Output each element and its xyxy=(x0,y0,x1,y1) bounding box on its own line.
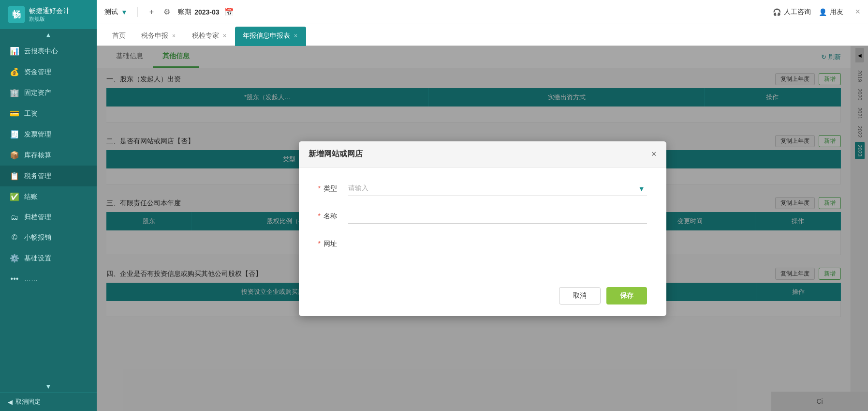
sidebar-scroll-up[interactable]: ▲ xyxy=(0,29,97,41)
tab-close-tax-expert[interactable]: × xyxy=(222,32,227,39)
tab-close-shuiwu[interactable]: × xyxy=(171,32,177,39)
required-star-url: * xyxy=(318,240,321,247)
company-dropdown-icon[interactable]: ▼ xyxy=(121,8,128,16)
form-row-type: * 类型 ▼ xyxy=(318,182,647,196)
topbar: 测试 ▼ + ⚙ 账期 2023-03 📅 🎧 人工咨询 👤 用友 × xyxy=(97,0,868,24)
sidebar-item-label: 小畅报销 xyxy=(24,233,51,242)
modal-add-website: 新增网站或网店 × * 类型 ▼ xyxy=(299,141,666,316)
modal-header: 新增网站或网店 × xyxy=(299,141,666,167)
settings-button[interactable]: ⚙ xyxy=(162,5,172,18)
zijin-icon: 💰 xyxy=(10,67,19,76)
sidebar-item-label: 发票管理 xyxy=(24,130,51,139)
cancel-fixed-label: 取消固定 xyxy=(15,397,41,406)
logo-text: 畅捷通好会计 xyxy=(29,6,70,15)
name-input[interactable] xyxy=(348,210,647,221)
sidebar-item-label: 基础设置 xyxy=(24,254,51,263)
content-area: 基础信息 其他信息 ↻ 刷新 一、股东（发起人）出资 复制上年度 新增 xyxy=(97,46,868,411)
sidebar-item-label: 库存核算 xyxy=(24,151,51,160)
url-input[interactable] xyxy=(348,237,647,249)
sidebar-item-label: 工资 xyxy=(24,109,38,118)
sidebar-cancel-fixed[interactable]: ◀ 取消固定 xyxy=(0,392,97,411)
sidebar-item-shuiwu[interactable]: 📋 税务管理 xyxy=(0,166,97,186)
required-star-type: * xyxy=(318,184,321,192)
user-icon: 👤 xyxy=(819,8,827,16)
sidebar-item-fapiao[interactable]: 🧾 发票管理 xyxy=(0,124,97,145)
save-button[interactable]: 保存 xyxy=(606,287,647,304)
topbar-period: 账期 2023-03 📅 xyxy=(178,5,235,18)
logo-sub: 旗舰版 xyxy=(29,15,70,23)
sidebar: 畅 畅捷通好会计 旗舰版 ▲ 📊 云报表中心 💰 资金管理 🏢 固定资产 💳 工… xyxy=(0,0,97,411)
cancel-button[interactable]: 取消 xyxy=(559,287,601,304)
sidebar-item-guidang[interactable]: 🗂 归档管理 xyxy=(0,207,97,228)
jichu-icon: ⚙️ xyxy=(10,254,19,263)
user-btn[interactable]: 👤 用友 xyxy=(819,8,843,16)
sidebar-item-label: 结账 xyxy=(24,193,38,201)
modal-body: * 类型 ▼ * 名称 xyxy=(299,167,666,279)
gongzi-icon: 💳 xyxy=(10,109,19,118)
jiezhang-icon: ✅ xyxy=(10,192,19,201)
ai-consult-btn[interactable]: 🎧 人工咨询 xyxy=(773,8,811,16)
sidebar-logo: 畅 畅捷通好会计 旗舰版 xyxy=(0,0,97,29)
headset-icon: 🎧 xyxy=(773,8,781,16)
sidebar-item-xiaochang[interactable]: © 小畅报销 xyxy=(0,228,97,248)
topbar-company: 测试 ▼ xyxy=(104,8,128,16)
tab-close-annual-report[interactable]: × xyxy=(293,32,298,39)
tab-annual-report[interactable]: 年报信息申报表 × xyxy=(235,27,306,46)
topbar-right: 🎧 人工咨询 👤 用友 × xyxy=(773,7,860,17)
required-star-name: * xyxy=(318,212,321,220)
kucun-icon: 📦 xyxy=(10,151,19,160)
sidebar-item-kucun[interactable]: 📦 库存核算 xyxy=(0,145,97,166)
sidebar-item-more[interactable]: ••• …… xyxy=(0,269,97,289)
guidang-icon: 🗂 xyxy=(10,213,19,222)
add-button[interactable]: + xyxy=(147,6,156,18)
modal-footer: 取消 保存 xyxy=(299,279,666,316)
modal-overlay: 新增网站或网店 × * 类型 ▼ xyxy=(97,46,868,411)
fapiao-icon: 🧾 xyxy=(10,130,19,139)
tab-home[interactable]: 首页 xyxy=(104,27,133,46)
period-label: 账期 xyxy=(178,8,191,16)
sidebar-item-zijin[interactable]: 💰 资金管理 xyxy=(0,61,97,82)
form-control-url xyxy=(348,237,647,251)
sidebar-item-label: 税务管理 xyxy=(24,172,51,181)
form-row-name: * 名称 xyxy=(318,210,647,224)
more-icon: ••• xyxy=(10,274,19,283)
xiaochang-icon: © xyxy=(10,233,19,242)
ai-consult-label: 人工咨询 xyxy=(784,8,811,16)
window-close-button[interactable]: × xyxy=(855,7,860,17)
calendar-button[interactable]: 📅 xyxy=(222,5,236,18)
sidebar-item-jichu[interactable]: ⚙️ 基础设置 xyxy=(0,248,97,269)
period-value: 2023-03 xyxy=(194,8,219,16)
type-input[interactable] xyxy=(348,182,647,194)
form-control-name xyxy=(348,210,647,224)
modal-close-button[interactable]: × xyxy=(651,149,657,159)
tabbar: 首页 税务申报 × 税检专家 × 年报信息申报表 × xyxy=(97,24,868,46)
sidebar-item-label: …… xyxy=(24,275,38,283)
sidebar-items: 📊 云报表中心 💰 资金管理 🏢 固定资产 💳 工资 🧾 发票管理 📦 库存核算… xyxy=(0,41,97,381)
form-row-url: * 网址 xyxy=(318,237,647,251)
form-control-type: ▼ xyxy=(348,182,647,196)
tab-shuiwu[interactable]: 税务申报 × xyxy=(133,27,184,46)
topbar-divider1 xyxy=(137,7,138,17)
sidebar-item-gongzi[interactable]: 💳 工资 xyxy=(0,103,97,124)
sidebar-item-gudingzichan[interactable]: 🏢 固定资产 xyxy=(0,82,97,103)
cancel-fixed-icon: ◀ xyxy=(8,398,13,406)
sidebar-item-label: 资金管理 xyxy=(24,68,51,76)
shuiwu-icon: 📋 xyxy=(10,171,19,181)
sidebar-item-yunbaobiao[interactable]: 📊 云报表中心 xyxy=(0,41,97,61)
yunbaobiao-icon: 📊 xyxy=(10,46,19,56)
form-label-name: * 名称 xyxy=(318,212,342,221)
tab-tax-expert[interactable]: 税检专家 × xyxy=(184,27,235,46)
sidebar-item-label: 固定资产 xyxy=(24,89,51,97)
sidebar-item-label: 归档管理 xyxy=(24,213,51,222)
sidebar-item-jiezhang[interactable]: ✅ 结账 xyxy=(0,186,97,207)
logo-icon: 畅 xyxy=(8,6,25,23)
form-label-type: * 类型 xyxy=(318,184,342,193)
form-label-url: * 网址 xyxy=(318,240,342,248)
sidebar-scroll-down[interactable]: ▼ xyxy=(0,381,97,392)
company-name: 测试 xyxy=(104,8,118,16)
modal-title: 新增网站或网店 xyxy=(309,149,363,159)
user-label: 用友 xyxy=(830,8,843,16)
main-area: 测试 ▼ + ⚙ 账期 2023-03 📅 🎧 人工咨询 👤 用友 × 首页 xyxy=(97,0,868,411)
sidebar-item-label: 云报表中心 xyxy=(24,47,58,56)
gudingzichan-icon: 🏢 xyxy=(10,88,19,97)
